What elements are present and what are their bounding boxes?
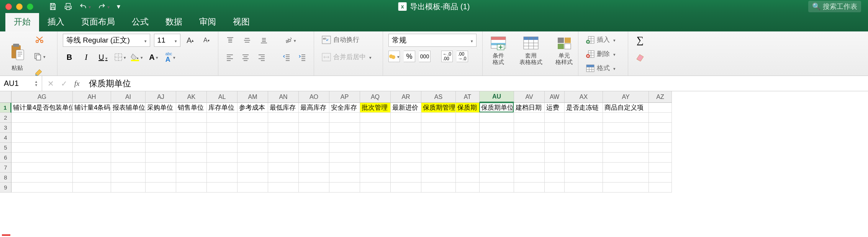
column-header-AN[interactable]: AN: [268, 91, 299, 103]
cell-AQ9[interactable]: [360, 183, 391, 193]
cell-AY4[interactable]: [603, 133, 649, 143]
cell-AL5[interactable]: [207, 143, 237, 153]
cell-AJ4[interactable]: [146, 133, 176, 143]
cell-AK1[interactable]: 销售单位: [176, 103, 207, 113]
cell-AN4[interactable]: [268, 133, 299, 143]
cell-AN8[interactable]: [268, 173, 299, 183]
row-header-6[interactable]: 6: [0, 153, 11, 163]
align-center-button[interactable]: [240, 51, 252, 64]
row-header-7[interactable]: 7: [0, 163, 11, 173]
cell-AR5[interactable]: [391, 143, 421, 153]
cell-AT7[interactable]: [456, 163, 480, 173]
cell-AS4[interactable]: [421, 133, 456, 143]
font-color-button[interactable]: A: [147, 51, 160, 64]
column-header-AM[interactable]: AM: [237, 91, 268, 103]
cell-AY3[interactable]: [603, 123, 649, 133]
cell-AG1[interactable]: 辅计量4是否包装单位: [11, 103, 73, 113]
cell-AJ5[interactable]: [146, 143, 176, 153]
cells-area[interactable]: 辅计量4是否包装单位辅计量4条码报表辅单位采购单位销售单位库存单位参考成本最低库…: [11, 103, 868, 193]
cell-AK5[interactable]: [176, 143, 207, 153]
increase-indent-button[interactable]: [296, 51, 308, 64]
comma-button[interactable]: 000: [419, 51, 431, 62]
cell-AH8[interactable]: [73, 173, 111, 183]
cell-AL4[interactable]: [207, 133, 237, 143]
cell-AS3[interactable]: [421, 123, 456, 133]
tab-page-layout[interactable]: 页面布局: [73, 12, 123, 31]
cell-AP6[interactable]: [329, 153, 360, 163]
cell-AP9[interactable]: [329, 183, 360, 193]
bold-button[interactable]: B: [63, 51, 76, 64]
tab-review[interactable]: 审阅: [191, 12, 224, 31]
align-right-button[interactable]: [255, 51, 268, 64]
cell-AX2[interactable]: [565, 113, 603, 123]
formula-input[interactable]: [85, 79, 868, 89]
cell-AK8[interactable]: [176, 173, 207, 183]
cell-AO2[interactable]: [299, 113, 329, 123]
row-header-5[interactable]: 5: [0, 143, 11, 153]
cell-AH5[interactable]: [73, 143, 111, 153]
cell-AJ9[interactable]: [146, 183, 176, 193]
fill-color-button[interactable]: [130, 51, 143, 64]
row-header-1[interactable]: 1: [0, 103, 11, 113]
cell-AQ1[interactable]: 批次管理: [360, 103, 391, 113]
cell-AK6[interactable]: [176, 153, 207, 163]
cell-AJ7[interactable]: [146, 163, 176, 173]
cell-AZ9[interactable]: [649, 183, 672, 193]
cell-AX9[interactable]: [565, 183, 603, 193]
cell-AQ7[interactable]: [360, 163, 391, 173]
cell-AN5[interactable]: [268, 143, 299, 153]
cell-AY6[interactable]: [603, 153, 649, 163]
cell-AN1[interactable]: 最低库存: [268, 103, 299, 113]
decrease-indent-button[interactable]: [280, 51, 293, 64]
cell-AL8[interactable]: [207, 173, 237, 183]
cell-AU8[interactable]: [480, 173, 514, 183]
clear-button[interactable]: [634, 51, 647, 64]
column-header-AK[interactable]: AK: [176, 91, 207, 103]
cell-AQ8[interactable]: [360, 173, 391, 183]
cell-AR3[interactable]: [391, 123, 421, 133]
name-box[interactable]: AU1 ▲▼: [0, 76, 42, 91]
cell-AX6[interactable]: [565, 153, 603, 163]
cell-AM2[interactable]: [237, 113, 268, 123]
cell-AI4[interactable]: [111, 133, 146, 143]
cell-AZ2[interactable]: [649, 113, 672, 123]
cell-AM8[interactable]: [237, 173, 268, 183]
cell-AV9[interactable]: [514, 183, 545, 193]
cell-AV2[interactable]: [514, 113, 545, 123]
cell-AR2[interactable]: [391, 113, 421, 123]
cell-AZ3[interactable]: [649, 123, 672, 133]
cell-AW2[interactable]: [545, 113, 565, 123]
cell-AQ3[interactable]: [360, 123, 391, 133]
cell-AK4[interactable]: [176, 133, 207, 143]
number-format-dropdown[interactable]: 常规: [388, 34, 477, 47]
cell-AR6[interactable]: [391, 153, 421, 163]
search-box[interactable]: 🔍 搜索工作表: [808, 1, 861, 12]
align-bottom-button[interactable]: [257, 34, 270, 47]
cell-AW9[interactable]: [545, 183, 565, 193]
cell-AJ1[interactable]: 采购单位: [146, 103, 176, 113]
row-header-4[interactable]: 4: [0, 133, 11, 143]
cell-AN7[interactable]: [268, 163, 299, 173]
cell-AI2[interactable]: [111, 113, 146, 123]
cell-AR9[interactable]: [391, 183, 421, 193]
cell-AT8[interactable]: [456, 173, 480, 183]
column-header-AR[interactable]: AR: [391, 91, 421, 103]
cell-AM1[interactable]: 参考成本: [237, 103, 268, 113]
cell-AV8[interactable]: [514, 173, 545, 183]
cell-AQ6[interactable]: [360, 153, 391, 163]
paste-button[interactable]: 粘贴: [5, 41, 29, 72]
decrease-font-button[interactable]: A▾: [200, 34, 213, 47]
cell-AS7[interactable]: [421, 163, 456, 173]
cell-AH6[interactable]: [73, 153, 111, 163]
tab-formulas[interactable]: 公式: [123, 12, 157, 31]
row-header-2[interactable]: 2: [0, 113, 11, 123]
cell-AT4[interactable]: [456, 133, 480, 143]
cell-AX5[interactable]: [565, 143, 603, 153]
row-header-8[interactable]: 8: [0, 173, 11, 183]
cell-AM9[interactable]: [237, 183, 268, 193]
cell-AZ5[interactable]: [649, 143, 672, 153]
cell-AW8[interactable]: [545, 173, 565, 183]
italic-button[interactable]: I: [80, 51, 93, 64]
cell-AL7[interactable]: [207, 163, 237, 173]
cell-AG9[interactable]: [11, 183, 73, 193]
